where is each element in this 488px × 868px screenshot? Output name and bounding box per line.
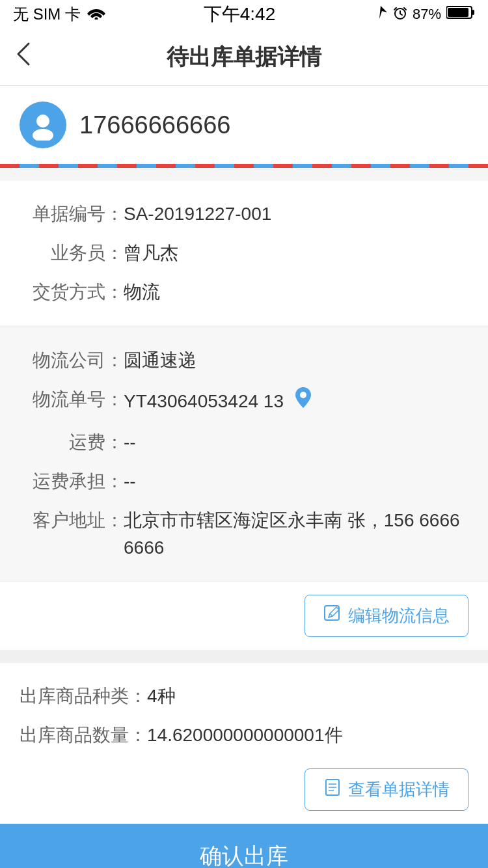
location-arrow-icon [373,5,388,23]
carrier-label: 无 SIM 卡 [13,4,81,25]
goods-section: 出库商品种类： 4种 出库商品数量： 14.620000000000001件 [0,663,488,755]
customer-phone: 17666666666 [79,111,230,139]
goods-types-value: 4种 [147,683,468,710]
status-right: 87% [373,5,475,23]
company-label: 物流公司： [20,347,124,374]
order-no-label: 单据编号： [20,200,124,228]
svg-marker-1 [379,6,387,19]
svg-point-6 [36,115,49,128]
logistics-section: 物流公司： 圆通速递 物流单号： YT43064053424 13 运费： --… [0,327,488,582]
company-row: 物流公司： 圆通速递 [20,347,468,374]
location-pin-icon[interactable] [291,386,315,417]
status-left: 无 SIM 卡 [13,4,105,25]
edit-icon [323,604,342,627]
company-value: 圆通速递 [124,347,468,374]
svg-point-8 [300,392,306,398]
freight-bear-value: -- [124,468,468,495]
wifi-icon [87,5,105,23]
address-label: 客户地址： [20,507,124,534]
salesman-row: 业务员： 曾凡杰 [20,239,468,267]
svg-rect-4 [472,10,474,15]
nav-bar: 待出库单据详情 [0,29,488,86]
battery-label: 87% [413,6,441,23]
order-info-section: 单据编号： SA-20191227-001 业务员： 曾凡杰 交货方式： 物流 [0,181,488,325]
order-no-value: SA-20191227-001 [124,200,468,228]
time-label: 下午4:42 [204,2,276,27]
freight-value: -- [124,429,468,456]
avatar [20,102,66,148]
freight-bear-label: 运费承担： [20,468,124,495]
salesman-label: 业务员： [20,239,124,267]
edit-logistics-row: 编辑物流信息 [0,582,488,650]
svg-point-7 [33,129,53,141]
address-row: 客户地址： 北京市市辖区海淀区永丰南 张，156 6666 6666 [20,507,468,562]
confirm-button-wrapper: 确认出库 [0,824,488,868]
tracking-label: 物流单号： [20,386,124,413]
back-button[interactable] [16,41,31,73]
edit-logistics-button[interactable]: 编辑物流信息 [305,595,468,637]
svg-rect-5 [448,8,468,17]
delivery-label: 交货方式： [20,278,124,306]
view-details-row: 查看单据详情 [0,755,488,824]
svg-point-0 [95,18,98,20]
goods-types-row: 出库商品种类： 4种 [20,683,468,710]
delivery-value: 物流 [124,278,468,306]
edit-logistics-label: 编辑物流信息 [348,604,450,627]
goods-types-label: 出库商品种类： [20,683,147,710]
goods-quantity-label: 出库商品数量： [20,722,147,749]
battery-icon [446,5,475,23]
freight-label: 运费： [20,429,124,456]
status-bar: 无 SIM 卡 下午4:42 87% [0,0,488,29]
document-icon [323,778,342,801]
order-no-row: 单据编号： SA-20191227-001 [20,200,468,228]
tracking-value: YT43064053424 13 [124,386,468,417]
customer-section: 17666666666 [0,86,488,164]
confirm-button[interactable]: 确认出库 [200,841,288,868]
address-value: 北京市市辖区海淀区永丰南 张，156 6666 6666 [124,507,468,562]
goods-quantity-row: 出库商品数量： 14.620000000000001件 [20,722,468,749]
view-details-button[interactable]: 查看单据详情 [305,768,468,811]
page-title: 待出库单据详情 [167,42,321,72]
delivery-row: 交货方式： 物流 [20,278,468,306]
section-divider [0,650,488,663]
goods-quantity-value: 14.620000000000001件 [147,722,468,749]
tracking-row: 物流单号： YT43064053424 13 [20,386,468,417]
freight-row: 运费： -- [20,429,468,456]
alarm-icon [393,5,407,23]
deco-line [0,164,488,168]
salesman-value: 曾凡杰 [124,239,468,267]
freight-bear-row: 运费承担： -- [20,468,468,495]
view-details-label: 查看单据详情 [348,778,450,801]
